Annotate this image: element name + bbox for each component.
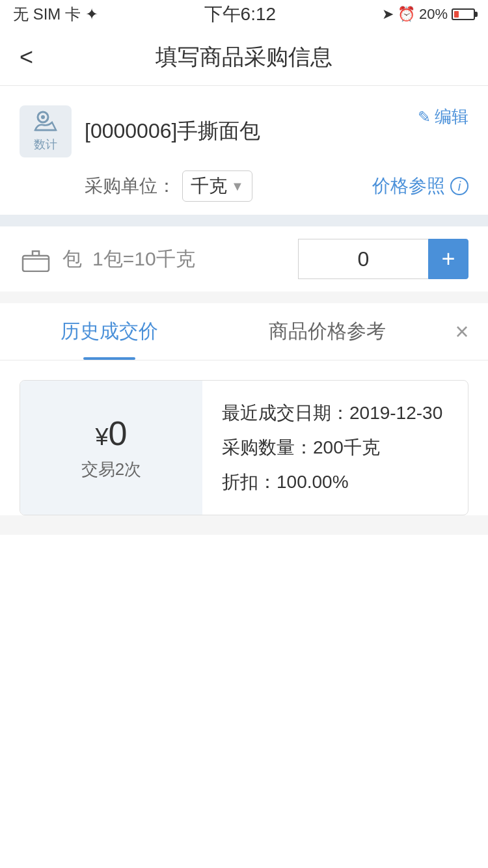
unit-value: 千克 xyxy=(191,174,227,198)
battery-percent: 20% xyxy=(419,6,448,23)
close-button[interactable]: × xyxy=(436,318,488,346)
svg-point-1 xyxy=(41,115,45,119)
price-value: 0 xyxy=(109,414,128,452)
tabs-panel: 历史成交价 商品价格参考 × ¥0 交易2次 最近成交日期：2019-12-30… xyxy=(0,303,488,515)
svg-rect-2 xyxy=(23,256,49,271)
edit-button[interactable]: ✎ 编辑 xyxy=(418,105,468,128)
chevron-down-icon: ▼ xyxy=(231,179,244,194)
recent-date-row: 最近成交日期：2019-12-30 xyxy=(222,400,448,426)
quantity-detail-value: 200千克 xyxy=(313,437,380,457)
product-card: 数计 [0000006]手撕面包 ✎ 编辑 采购单位： 千克 ▼ 价格参照 i xyxy=(0,86,488,215)
status-bar: 无 SIM 卡 ✦ 下午6:12 ➤ ⏰ 20% xyxy=(0,0,488,29)
price-ref-button[interactable]: 价格参照 i xyxy=(372,174,468,198)
price-card-left: ¥0 交易2次 xyxy=(20,381,202,515)
nav-bar: < 填写商品采购信息 xyxy=(0,29,488,86)
quantity-plus-button[interactable]: + xyxy=(428,239,468,279)
recent-date-value: 2019-12-30 xyxy=(349,403,442,423)
tab-history-price[interactable]: 历史成交价 xyxy=(0,303,218,360)
quantity-detail-label: 采购数量： xyxy=(222,437,313,457)
price-trades: 交易2次 xyxy=(81,458,141,481)
quantity-input[interactable] xyxy=(298,239,428,279)
alarm-icon: ⏰ xyxy=(398,6,415,23)
pkg-equiv: 1包=10千克 xyxy=(92,246,195,273)
tab-product-price-ref[interactable]: 商品价格参考 xyxy=(218,303,436,360)
signal-label: 无 SIM 卡 ✦ xyxy=(13,4,98,25)
tab-product-price-ref-label: 商品价格参考 xyxy=(269,318,386,345)
info-icon: i xyxy=(450,177,468,195)
package-label: 包 xyxy=(62,246,82,273)
price-amount: ¥0 xyxy=(96,414,128,453)
empty-area xyxy=(0,535,488,868)
discount-label: 折扣： xyxy=(222,472,277,492)
status-time: 下午6:12 xyxy=(204,2,277,27)
unit-select[interactable]: 千克 ▼ xyxy=(182,170,252,202)
tabs-header: 历史成交价 商品价格参考 × xyxy=(0,303,488,360)
battery-icon xyxy=(452,8,475,20)
product-name: [0000006]手撕面包 xyxy=(85,117,260,146)
price-card: ¥0 交易2次 最近成交日期：2019-12-30 采购数量：200千克 折扣：… xyxy=(20,380,468,515)
quantity-control: + xyxy=(298,239,468,279)
unit-label: 采购单位： xyxy=(85,174,176,198)
location-icon: ➤ xyxy=(382,6,394,23)
status-right: ➤ ⏰ 20% xyxy=(382,6,475,23)
edit-label: 编辑 xyxy=(435,105,468,128)
tab-underline xyxy=(83,357,135,360)
price-card-right: 最近成交日期：2019-12-30 采购数量：200千克 折扣：100.00% xyxy=(202,381,468,515)
tab-history-price-label: 历史成交价 xyxy=(61,318,158,345)
quantity-row: 包 1包=10千克 + xyxy=(0,226,488,292)
price-ref-label: 价格参照 xyxy=(372,174,445,198)
edit-icon: ✎ xyxy=(418,108,431,126)
page-title: 填写商品采购信息 xyxy=(156,42,332,72)
recent-date-label: 最近成交日期： xyxy=(222,403,349,423)
product-thumbnail: 数计 xyxy=(20,105,72,157)
status-left: 无 SIM 卡 ✦ xyxy=(13,4,98,25)
section-divider xyxy=(0,215,488,226)
quantity-row-detail: 采购数量：200千克 xyxy=(222,435,448,460)
currency-symbol: ¥ xyxy=(96,424,109,450)
package-icon xyxy=(20,246,52,272)
back-button[interactable]: < xyxy=(13,37,40,77)
discount-row: 折扣：100.00% xyxy=(222,469,448,495)
discount-value: 100.00% xyxy=(277,472,349,492)
